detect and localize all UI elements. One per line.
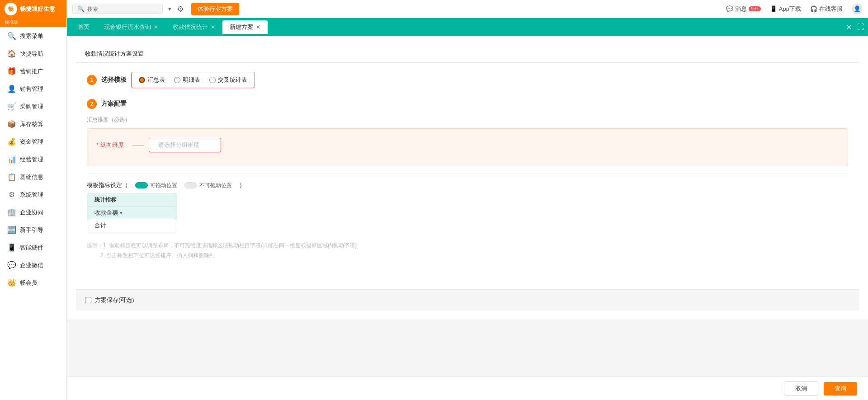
radio-detail-input[interactable] [174, 77, 180, 83]
person-icon: 👤 [7, 85, 16, 93]
sidebar-item-basic[interactable]: 📋 基础信息 [0, 168, 66, 186]
vertical-dimension-label: * 纵向维度 [96, 141, 128, 149]
config-section: 2 方案配置 汇总维度（必选） * 纵向维度 —— 请选择分组维度 [87, 99, 848, 260]
query-button[interactable]: 查询 [824, 382, 857, 395]
trial-button[interactable]: 体验行业方案 [191, 3, 239, 15]
not-draggable-toggle[interactable]: 不可拖动位置 [184, 182, 232, 189]
notification-item[interactable]: 💬 消息 99+ [726, 5, 761, 13]
sidebar-item-system[interactable]: ⚙ 系统管理 [0, 186, 66, 203]
vertical-dimension-row: * 纵向维度 —— 请选择分组维度 [96, 138, 839, 152]
notification-badge: 99+ [749, 6, 761, 11]
user-icon: 👤 [852, 4, 863, 14]
save-checkbox[interactable] [85, 297, 91, 303]
config-section-title: 方案配置 [101, 100, 127, 108]
sidebar-item-hardware[interactable]: 📱 智能硬件 [0, 239, 66, 256]
search-box[interactable]: 🔍 [72, 4, 163, 14]
sidebar-item-member[interactable]: 👑 畅会员 [0, 274, 66, 292]
support-icon: 🎧 [810, 5, 817, 12]
page-title: 收款情况统计方案设置 [76, 45, 859, 63]
sidebar-item-marketing[interactable]: 🎁 营销推广 [0, 62, 66, 80]
support-item[interactable]: 🎧 在线客服 [810, 5, 843, 13]
content-area: 收款情况统计方案设置 1 选择模板 汇总表 [67, 36, 868, 376]
topbar-dropdown[interactable]: ▾ [168, 5, 171, 12]
maximize-icon[interactable]: ⛶ [857, 23, 864, 31]
box-icon: 📦 [7, 120, 16, 128]
sidebar-item-inventory[interactable]: 📦 库存核算 [0, 115, 66, 133]
sidebar-item-search[interactable]: 🔍 搜索菜单 [0, 27, 66, 45]
chat-icon: 💬 [7, 261, 16, 269]
radio-summary-input[interactable] [139, 77, 145, 83]
dimension-area: * 纵向维度 —— 请选择分组维度 [87, 128, 848, 166]
sidebar-item-wechat[interactable]: 💬 企业微信 [0, 256, 66, 274]
radio-cross[interactable]: 交叉统计表 [209, 76, 247, 84]
tab-collection-stat[interactable]: 收款情况统计 ✕ [165, 20, 222, 34]
chevron-down-icon: ▾ [168, 5, 171, 12]
sidebar-item-quick-nav[interactable]: 🏠 快捷导航 [0, 45, 66, 62]
settings-icon[interactable]: ⚙ [177, 4, 184, 14]
logo-icon: 畅 [5, 3, 17, 15]
tab-new-plan[interactable]: 新建方案 ✕ [222, 20, 268, 34]
tab-cash-flow[interactable]: 现金银行流水查询 ✕ [97, 20, 165, 34]
dimension-select[interactable]: 请选择分组维度 [149, 138, 221, 152]
phone-icon: 📱 [7, 243, 16, 252]
sidebar-logo: 畅 畅捷通好生意 [0, 0, 66, 18]
search-input[interactable] [87, 6, 155, 12]
clipboard-icon: 📋 [7, 173, 16, 181]
radio-summary[interactable]: 汇总表 [139, 76, 165, 84]
metric-total: 合计 [87, 219, 177, 232]
metric-table: 统计指标 收款金额 ▾ 合计 [87, 193, 177, 232]
metric-cell-collection[interactable]: 收款金额 ▾ [87, 207, 177, 219]
download-item[interactable]: 📱 App下载 [770, 5, 801, 13]
sidebar-item-enterprise[interactable]: 🏢 企业协同 [0, 203, 66, 221]
tip-1: 提示：1. 拖动标题栏可以调整布局，不可跨维度或指标区域拖动栏目字段(只能在同一… [87, 241, 848, 251]
cart-icon: 🛒 [7, 102, 16, 111]
tip-2: 2. 点击标题栏下拉可设置排序、插入列和删除列 [87, 251, 848, 261]
draggable-toggle[interactable]: 可拖动位置 [135, 182, 177, 189]
draggable-toggle-box[interactable] [135, 182, 148, 188]
metric-toggle-label: 模板指标设定（ 可拖动位置 不可拖动位置 ） [87, 181, 848, 189]
close-window-icon[interactable]: ✕ [846, 23, 852, 32]
cancel-button[interactable]: 取消 [784, 381, 818, 396]
section-number-2: 2 [87, 99, 97, 109]
gear-icon: ⚙ [7, 190, 16, 199]
template-select-box: 汇总表 明细表 交叉统计表 [131, 72, 255, 88]
metric-settings: 模板指标设定（ 可拖动位置 不可拖动位置 ） [87, 181, 848, 260]
not-draggable-toggle-box[interactable] [184, 182, 197, 188]
topbar-right: 💬 消息 99+ 📱 App下载 🎧 在线客服 👤 [726, 4, 863, 14]
sidebar-item-sales[interactable]: 👤 销售管理 [0, 80, 66, 98]
money-icon: 💰 [7, 137, 16, 146]
gift-icon: 🎁 [7, 67, 16, 75]
action-bar: 取消 查询 [67, 376, 868, 400]
home-icon: 🏠 [7, 49, 16, 58]
metric-table-header: 统计指标 [87, 193, 177, 207]
save-option: 方案保存(可选) [76, 289, 859, 311]
new-icon: 🆕 [7, 226, 16, 234]
user-item[interactable]: 👤 [852, 4, 863, 14]
sidebar-item-guide[interactable]: 🆕 新手引导 [0, 221, 66, 239]
tips-area: 提示：1. 拖动标题栏可以调整布局，不可跨维度或指标区域拖动栏目字段(只能在同一… [87, 241, 848, 260]
chevron-down-icon: ▾ [120, 210, 123, 216]
topbar: 🔍 ▾ ⚙ 体验行业方案 💬 消息 99+ 📱 App下载 🎧 在线客服 👤 [67, 0, 868, 18]
sidebar-edition: 标准版 [0, 18, 66, 27]
template-section: 1 选择模板 汇总表 明细表 [87, 72, 848, 88]
radio-detail[interactable]: 明细表 [174, 76, 200, 84]
dimension-title: 汇总维度（必选） [87, 116, 848, 124]
form-area: 收款情况统计方案设置 1 选择模板 汇总表 [67, 36, 868, 320]
download-icon: 📱 [770, 5, 777, 12]
tab-cash-flow-close[interactable]: ✕ [154, 24, 158, 30]
section-number-1: 1 [87, 75, 97, 85]
tab-collection-stat-close[interactable]: ✕ [211, 24, 215, 30]
logo-name: 畅捷通好生意 [20, 5, 55, 13]
config-section-header: 2 方案配置 [87, 99, 848, 109]
sidebar-item-operation[interactable]: 📊 经营管理 [0, 151, 66, 168]
message-icon: 💬 [726, 5, 733, 12]
tab-new-plan-close[interactable]: ✕ [256, 24, 260, 30]
tab-home[interactable]: 首页 [71, 20, 97, 34]
save-option-label[interactable]: 方案保存(可选) [95, 296, 134, 304]
search-icon: 🔍 [77, 5, 85, 12]
sidebar-item-purchase[interactable]: 🛒 采购管理 [0, 98, 66, 115]
chart-icon: 📊 [7, 155, 16, 164]
sidebar-item-finance[interactable]: 💰 资金管理 [0, 133, 66, 151]
radio-cross-input[interactable] [209, 77, 216, 83]
tabbar: 首页 现金银行流水查询 ✕ 收款情况统计 ✕ 新建方案 ✕ ✕ ⛶ [67, 18, 868, 36]
